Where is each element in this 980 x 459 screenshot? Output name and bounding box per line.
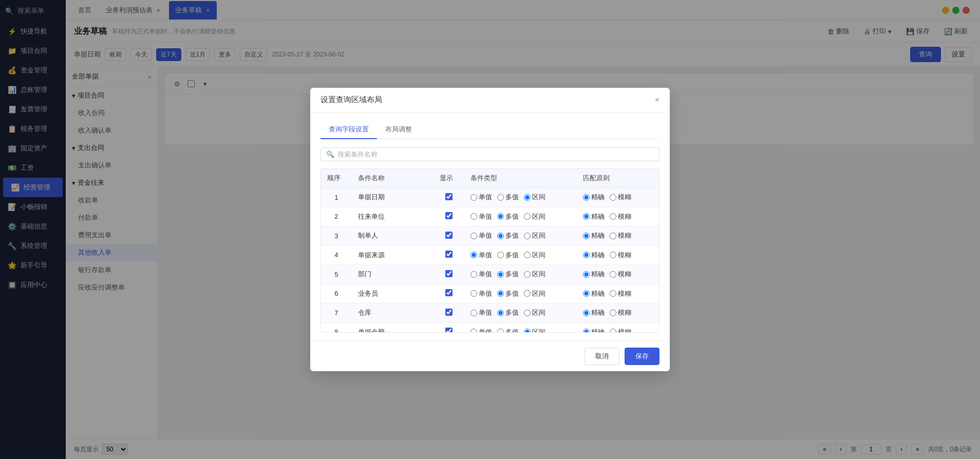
- radio-type-multi[interactable]: [497, 271, 504, 278]
- row-condition-type[interactable]: 单值多值区间: [464, 322, 577, 333]
- radio-type-range[interactable]: [524, 213, 531, 220]
- row-condition-type[interactable]: 单值多值区间: [464, 226, 577, 246]
- radio-type-single[interactable]: [470, 329, 477, 333]
- radio-match-fuzzy[interactable]: [610, 233, 616, 239]
- row-condition-type[interactable]: 单值多值区间: [464, 303, 577, 323]
- table-row: 8: [321, 322, 352, 333]
- modal-header: 设置查询区域布局 ×: [310, 88, 670, 112]
- row-match-rule[interactable]: 精确模糊: [577, 284, 659, 303]
- radio-type-range[interactable]: [524, 290, 531, 297]
- radio-match-precise[interactable]: [583, 213, 590, 220]
- row-match-rule[interactable]: 精确模糊: [577, 265, 659, 284]
- modal: 设置查询区域布局 × 查询字段设置 布局调整 🔍: [310, 88, 670, 371]
- display-checkbox[interactable]: [445, 212, 453, 219]
- table-row: 6: [321, 284, 352, 303]
- radio-type-range[interactable]: [524, 252, 531, 258]
- row-match-rule[interactable]: 精确模糊: [577, 188, 659, 207]
- row-condition-type[interactable]: 单值多值区间: [464, 188, 577, 207]
- radio-type-single[interactable]: [470, 310, 477, 316]
- col-order: 顺序: [321, 169, 352, 188]
- radio-type-multi[interactable]: [497, 194, 504, 201]
- radio-type-single[interactable]: [470, 213, 477, 220]
- display-checkbox[interactable]: [445, 251, 453, 258]
- row-match-rule[interactable]: 精确模糊: [577, 207, 659, 226]
- radio-match-fuzzy[interactable]: [610, 310, 616, 316]
- col-display: 显示: [434, 169, 464, 188]
- radio-type-single[interactable]: [470, 194, 477, 201]
- radio-match-fuzzy[interactable]: [610, 271, 616, 278]
- radio-match-precise[interactable]: [583, 252, 590, 258]
- radio-type-range[interactable]: [524, 310, 531, 316]
- display-checkbox[interactable]: [445, 232, 453, 239]
- radio-type-multi[interactable]: [497, 233, 504, 239]
- radio-type-single[interactable]: [470, 290, 477, 297]
- radio-type-multi[interactable]: [497, 252, 504, 258]
- row-display[interactable]: [434, 188, 464, 207]
- display-checkbox[interactable]: [445, 193, 453, 200]
- row-display[interactable]: [434, 303, 464, 323]
- row-match-rule[interactable]: 精确模糊: [577, 226, 659, 246]
- display-checkbox[interactable]: [445, 289, 453, 296]
- tab-field-settings-label: 查询字段设置: [329, 125, 369, 133]
- modal-title: 设置查询区域布局: [321, 95, 382, 105]
- radio-match-precise[interactable]: [583, 290, 590, 297]
- tab-layout-adjust-label: 布局调整: [385, 125, 412, 133]
- radio-type-range[interactable]: [524, 271, 531, 278]
- modal-search-input[interactable]: [337, 150, 654, 158]
- row-match-rule[interactable]: 精确模糊: [577, 322, 659, 333]
- radio-type-multi[interactable]: [497, 213, 504, 220]
- radio-type-single[interactable]: [470, 252, 477, 258]
- row-display[interactable]: [434, 245, 464, 265]
- table-row: 3: [321, 226, 352, 246]
- table-row: 2: [321, 207, 352, 226]
- radio-type-range[interactable]: [524, 329, 531, 333]
- row-display[interactable]: [434, 284, 464, 303]
- tab-layout-adjust[interactable]: 布局调整: [377, 121, 420, 139]
- modal-close-button[interactable]: ×: [655, 95, 659, 105]
- radio-match-fuzzy[interactable]: [610, 329, 616, 333]
- radio-type-range[interactable]: [524, 194, 531, 201]
- radio-type-single[interactable]: [470, 271, 477, 278]
- table-row: 7: [321, 303, 352, 323]
- row-match-rule[interactable]: 精确模糊: [577, 245, 659, 265]
- radio-type-multi[interactable]: [497, 329, 504, 333]
- radio-match-fuzzy[interactable]: [610, 213, 616, 220]
- radio-type-range[interactable]: [524, 233, 531, 239]
- radio-match-precise[interactable]: [583, 233, 590, 239]
- tab-field-settings[interactable]: 查询字段设置: [321, 121, 377, 139]
- modal-table-wrap: 顺序 条件名称 显示 条件类型 匹配原则 1单据日期单值多值区间精确模糊2往来单…: [321, 168, 659, 333]
- radio-match-fuzzy[interactable]: [610, 194, 616, 201]
- modal-footer: 取消 保存: [310, 341, 670, 371]
- display-checkbox[interactable]: [445, 270, 453, 277]
- display-checkbox[interactable]: [445, 309, 453, 316]
- radio-type-single[interactable]: [470, 233, 477, 239]
- row-condition-type[interactable]: 单值多值区间: [464, 207, 577, 226]
- modal-save-button[interactable]: 保存: [625, 348, 659, 365]
- row-name: 单据金额: [352, 322, 434, 333]
- row-condition-type[interactable]: 单值多值区间: [464, 245, 577, 265]
- row-display[interactable]: [434, 265, 464, 284]
- radio-match-precise[interactable]: [583, 310, 590, 316]
- radio-type-multi[interactable]: [497, 290, 504, 297]
- row-name: 单据来源: [352, 245, 434, 265]
- display-checkbox[interactable]: [445, 328, 453, 333]
- row-match-rule[interactable]: 精确模糊: [577, 303, 659, 323]
- col-condition-type: 条件类型: [464, 169, 577, 188]
- row-display[interactable]: [434, 207, 464, 226]
- radio-match-precise[interactable]: [583, 271, 590, 278]
- modal-search-icon: 🔍: [326, 150, 334, 158]
- radio-match-precise[interactable]: [583, 329, 590, 333]
- modal-search: 🔍: [321, 147, 659, 161]
- modal-tabs: 查询字段设置 布局调整: [321, 121, 659, 139]
- row-condition-type[interactable]: 单值多值区间: [464, 265, 577, 284]
- radio-match-fuzzy[interactable]: [610, 252, 616, 258]
- radio-type-multi[interactable]: [497, 310, 504, 316]
- row-condition-type[interactable]: 单值多值区间: [464, 284, 577, 303]
- radio-match-precise[interactable]: [583, 194, 590, 201]
- modal-overlay: 设置查询区域布局 × 查询字段设置 布局调整 🔍: [0, 0, 980, 459]
- row-name: 业务员: [352, 284, 434, 303]
- cancel-button[interactable]: 取消: [585, 348, 619, 365]
- row-display[interactable]: [434, 322, 464, 333]
- radio-match-fuzzy[interactable]: [610, 290, 616, 297]
- row-display[interactable]: [434, 226, 464, 246]
